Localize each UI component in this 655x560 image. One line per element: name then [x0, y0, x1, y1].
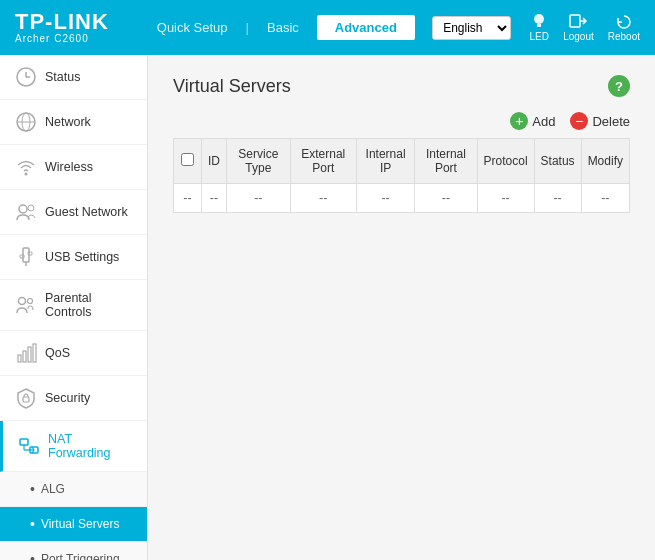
- logo-model: Archer C2600: [15, 33, 109, 44]
- sidebar-label-wireless: Wireless: [45, 160, 93, 174]
- page-title: Virtual Servers: [173, 76, 291, 97]
- col-modify: Modify: [581, 139, 629, 184]
- logout-button[interactable]: Logout: [563, 13, 594, 42]
- svg-point-18: [28, 299, 33, 304]
- nav-quick-setup[interactable]: Quick Setup: [139, 20, 246, 35]
- svg-point-10: [25, 173, 28, 176]
- sidebar-item-status[interactable]: Status: [0, 55, 147, 100]
- col-service-type: Service Type: [227, 139, 291, 184]
- nav-links: Quick Setup | Basic Advanced: [139, 15, 432, 40]
- svg-rect-2: [570, 15, 580, 27]
- main-content: Virtual Servers ? + Add − Delete ID Serv…: [148, 55, 655, 560]
- svg-rect-1: [537, 24, 541, 27]
- col-internal-port: Internal Port: [415, 139, 477, 184]
- header: TP-LINK Archer C2600 Quick Setup | Basic…: [0, 0, 655, 55]
- cell-checkbox: --: [174, 184, 202, 213]
- col-external-port: External Port: [290, 139, 356, 184]
- svg-point-17: [19, 298, 26, 305]
- language-select[interactable]: English Chinese: [432, 16, 511, 40]
- sidebar-item-usb-settings[interactable]: USB Settings: [0, 235, 147, 280]
- cell-external-port: --: [290, 184, 356, 213]
- sidebar-label-qos: QoS: [45, 346, 70, 360]
- reboot-icon: [614, 13, 634, 29]
- sidebar: Status Network Wireless: [0, 55, 148, 560]
- nat-forwarding-icon: [18, 435, 40, 457]
- svg-rect-24: [20, 439, 28, 445]
- security-icon: [15, 387, 37, 409]
- led-icon: [529, 13, 549, 29]
- svg-point-0: [534, 14, 544, 24]
- guest-network-icon: [15, 201, 37, 223]
- logo-brand: TP-LINK: [15, 11, 109, 33]
- nav-basic[interactable]: Basic: [249, 20, 317, 35]
- sub-item-port-triggering[interactable]: Port Triggering: [0, 542, 147, 560]
- sub-item-alg[interactable]: ALG: [0, 472, 147, 507]
- svg-point-12: [28, 205, 34, 211]
- header-right: English Chinese LED Logout: [432, 13, 640, 42]
- cell-status: --: [534, 184, 581, 213]
- cell-internal-ip: --: [356, 184, 414, 213]
- sidebar-label-status: Status: [45, 70, 80, 84]
- logo: TP-LINK Archer C2600: [15, 11, 109, 44]
- logout-icon: [568, 13, 588, 29]
- col-internal-ip: Internal IP: [356, 139, 414, 184]
- sidebar-item-qos[interactable]: QoS: [0, 331, 147, 376]
- svg-rect-20: [23, 351, 26, 362]
- virtual-servers-table: ID Service Type External Port Internal I…: [173, 138, 630, 213]
- sidebar-label-nat-forwarding: NAT Forwarding: [48, 432, 132, 460]
- cell-protocol: --: [477, 184, 534, 213]
- sub-item-virtual-servers[interactable]: Virtual Servers: [0, 507, 147, 542]
- svg-rect-21: [28, 347, 31, 362]
- status-icon: [15, 66, 37, 88]
- table-actions: + Add − Delete: [173, 112, 630, 130]
- col-status: Status: [534, 139, 581, 184]
- sidebar-item-guest-network[interactable]: Guest Network: [0, 190, 147, 235]
- sidebar-item-security[interactable]: Security: [0, 376, 147, 421]
- cell-internal-port: --: [415, 184, 477, 213]
- delete-icon: −: [570, 112, 588, 130]
- usb-icon: [15, 246, 37, 268]
- col-protocol: Protocol: [477, 139, 534, 184]
- add-icon: +: [510, 112, 528, 130]
- delete-button[interactable]: − Delete: [570, 112, 630, 130]
- qos-icon: [15, 342, 37, 364]
- network-icon: [15, 111, 37, 133]
- svg-rect-23: [23, 397, 29, 402]
- wireless-icon: [15, 156, 37, 178]
- parental-controls-icon: [15, 294, 37, 316]
- table-row: -- -- -- -- -- -- -- -- --: [174, 184, 630, 213]
- nav-advanced[interactable]: Advanced: [317, 15, 415, 40]
- sidebar-label-network: Network: [45, 115, 91, 129]
- cell-id: --: [202, 184, 227, 213]
- sidebar-item-network[interactable]: Network: [0, 100, 147, 145]
- select-all-checkbox[interactable]: [181, 153, 194, 166]
- header-icons: LED Logout Reboot: [529, 13, 640, 42]
- nat-sub-menu: ALG Virtual Servers Port Triggering DMZ …: [0, 472, 147, 560]
- col-checkbox: [174, 139, 202, 184]
- sidebar-label-security: Security: [45, 391, 90, 405]
- sidebar-item-wireless[interactable]: Wireless: [0, 145, 147, 190]
- svg-rect-22: [33, 344, 36, 362]
- sidebar-item-nat-forwarding[interactable]: NAT Forwarding: [0, 421, 147, 472]
- reboot-button[interactable]: Reboot: [608, 13, 640, 42]
- cell-modify: --: [581, 184, 629, 213]
- svg-point-11: [19, 205, 27, 213]
- table-header-row: ID Service Type External Port Internal I…: [174, 139, 630, 184]
- layout: Status Network Wireless: [0, 55, 655, 560]
- sidebar-label-usb-settings: USB Settings: [45, 250, 119, 264]
- col-id: ID: [202, 139, 227, 184]
- sidebar-label-parental-controls: Parental Controls: [45, 291, 132, 319]
- svg-rect-19: [18, 355, 21, 362]
- sidebar-label-guest-network: Guest Network: [45, 205, 128, 219]
- sidebar-item-parental-controls[interactable]: Parental Controls: [0, 280, 147, 331]
- cell-service-type: --: [227, 184, 291, 213]
- page-title-row: Virtual Servers ?: [173, 75, 630, 97]
- led-button[interactable]: LED: [529, 13, 549, 42]
- help-button[interactable]: ?: [608, 75, 630, 97]
- add-button[interactable]: + Add: [510, 112, 555, 130]
